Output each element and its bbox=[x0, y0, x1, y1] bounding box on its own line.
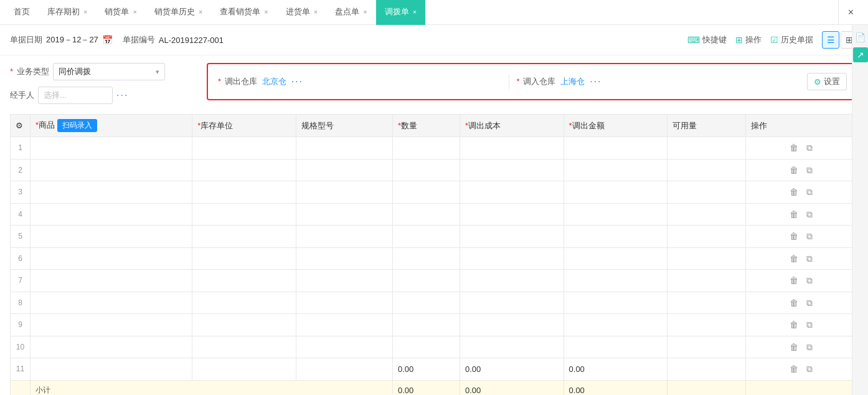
warehouse-setting-button[interactable]: ⚙ 设置 bbox=[807, 73, 847, 90]
unit-cell-6[interactable] bbox=[192, 247, 296, 270]
copy-icon-5[interactable]: ⧉ bbox=[803, 230, 816, 244]
unit-cell-10[interactable] bbox=[192, 336, 296, 358]
delete-icon-6[interactable]: 🗑 bbox=[787, 252, 801, 265]
copy-icon-6[interactable]: ⧉ bbox=[803, 252, 816, 265]
tab-sales-history[interactable]: 销货单历史 × bbox=[146, 0, 211, 25]
delete-icon-10[interactable]: 🗑 bbox=[787, 340, 801, 354]
quantity-cell-9[interactable] bbox=[392, 314, 460, 336]
unit-cell-8[interactable] bbox=[192, 292, 296, 314]
product-cell-7[interactable] bbox=[31, 270, 192, 292]
amount-cell-5[interactable] bbox=[564, 226, 668, 248]
quantity-cell-5[interactable] bbox=[392, 226, 460, 248]
quantity-cell-2[interactable] bbox=[392, 159, 460, 181]
amount-cell-11[interactable]: 0.00 bbox=[564, 358, 668, 381]
tab-sales-order[interactable]: 销货单 × bbox=[96, 0, 145, 25]
amount-cell-3[interactable] bbox=[564, 181, 668, 204]
cost-cell-10[interactable] bbox=[460, 336, 564, 358]
spec-cell-11[interactable] bbox=[296, 358, 392, 381]
sidebar-export-icon[interactable]: ↗ bbox=[853, 47, 868, 62]
available-cell-3[interactable] bbox=[668, 181, 746, 204]
unit-cell-9[interactable] bbox=[192, 314, 296, 336]
tab-close-view-sales[interactable]: × bbox=[264, 8, 268, 16]
delete-icon-1[interactable]: 🗑 bbox=[787, 141, 801, 155]
cost-cell-5[interactable] bbox=[460, 226, 564, 248]
tab-close-inventory-check[interactable]: × bbox=[363, 8, 367, 16]
available-cell-7[interactable] bbox=[668, 270, 746, 292]
available-cell-1[interactable] bbox=[668, 137, 746, 159]
unit-cell-11[interactable] bbox=[192, 358, 296, 381]
product-cell-1[interactable] bbox=[31, 137, 192, 159]
handler-select[interactable]: 选择... bbox=[38, 87, 113, 104]
product-cell-3[interactable] bbox=[31, 181, 192, 204]
amount-cell-4[interactable] bbox=[564, 203, 668, 226]
available-cell-4[interactable] bbox=[668, 203, 746, 226]
copy-icon-1[interactable]: ⧉ bbox=[803, 141, 816, 155]
cost-cell-6[interactable] bbox=[460, 247, 564, 270]
copy-icon-10[interactable]: ⧉ bbox=[803, 340, 816, 354]
out-warehouse-more-icon[interactable]: ··· bbox=[291, 76, 303, 87]
product-cell-10[interactable] bbox=[31, 336, 192, 358]
tab-close-sales-order[interactable]: × bbox=[133, 8, 136, 16]
cost-cell-11[interactable]: 0.00 bbox=[460, 358, 564, 381]
available-cell-9[interactable] bbox=[668, 314, 746, 336]
close-all-tabs-button[interactable]: × bbox=[838, 0, 863, 25]
delete-icon-9[interactable]: 🗑 bbox=[787, 318, 801, 331]
available-cell-2[interactable] bbox=[668, 159, 746, 181]
delete-icon-5[interactable]: 🗑 bbox=[787, 229, 801, 243]
copy-icon-9[interactable]: ⧉ bbox=[803, 318, 816, 332]
cost-cell-9[interactable] bbox=[460, 314, 564, 336]
available-cell-6[interactable] bbox=[668, 247, 746, 270]
spec-cell-6[interactable] bbox=[296, 247, 392, 270]
spec-cell-3[interactable] bbox=[296, 181, 392, 204]
tab-home[interactable]: 首页 bbox=[5, 0, 39, 25]
product-cell-9[interactable] bbox=[31, 314, 192, 336]
quantity-cell-1[interactable] bbox=[392, 137, 460, 159]
available-cell-5[interactable] bbox=[668, 226, 746, 248]
available-cell-8[interactable] bbox=[668, 292, 746, 314]
delete-icon-3[interactable]: 🗑 bbox=[787, 185, 801, 199]
spec-cell-7[interactable] bbox=[296, 270, 392, 292]
amount-cell-6[interactable] bbox=[564, 247, 668, 270]
in-warehouse-more-icon[interactable]: ··· bbox=[590, 76, 601, 87]
quantity-cell-4[interactable] bbox=[392, 203, 460, 226]
copy-icon-8[interactable]: ⧉ bbox=[803, 296, 816, 310]
cost-cell-2[interactable] bbox=[460, 159, 564, 181]
history-button[interactable]: ☑ 历史单据 bbox=[770, 34, 813, 45]
spec-cell-2[interactable] bbox=[296, 159, 392, 181]
cost-cell-3[interactable] bbox=[460, 181, 564, 204]
spec-cell-1[interactable] bbox=[296, 137, 392, 159]
available-cell-11[interactable] bbox=[668, 358, 746, 381]
amount-cell-7[interactable] bbox=[564, 270, 668, 292]
handler-more-icon[interactable]: ··· bbox=[116, 90, 128, 101]
unit-cell-2[interactable] bbox=[192, 159, 296, 181]
unit-cell-5[interactable] bbox=[192, 226, 296, 248]
product-cell-11[interactable] bbox=[31, 358, 192, 381]
product-cell-2[interactable] bbox=[31, 159, 192, 181]
product-cell-8[interactable] bbox=[31, 292, 192, 314]
tab-close-purchase-order[interactable]: × bbox=[314, 8, 318, 16]
quantity-cell-7[interactable] bbox=[392, 270, 460, 292]
tab-close-transfer-order[interactable]: × bbox=[413, 8, 417, 16]
spec-cell-8[interactable] bbox=[296, 292, 392, 314]
copy-icon-7[interactable]: ⧉ bbox=[803, 274, 816, 288]
cost-cell-8[interactable] bbox=[460, 292, 564, 314]
amount-cell-8[interactable] bbox=[564, 292, 668, 314]
product-cell-4[interactable] bbox=[31, 203, 192, 226]
quantity-cell-6[interactable] bbox=[392, 247, 460, 270]
tab-inventory-init[interactable]: 库存期初 × bbox=[39, 0, 96, 25]
copy-icon-3[interactable]: ⧉ bbox=[803, 186, 816, 199]
business-type-select[interactable]: 同价调拨 ▾ bbox=[53, 63, 165, 80]
operations-button[interactable]: ⊞ 操作 bbox=[735, 34, 762, 45]
scan-barcode-button[interactable]: 扫码录入 bbox=[57, 119, 97, 132]
unit-cell-4[interactable] bbox=[192, 203, 296, 226]
list-view-button[interactable]: ☰ bbox=[822, 31, 839, 49]
delete-icon-4[interactable]: 🗑 bbox=[787, 207, 801, 221]
copy-icon-2[interactable]: ⧉ bbox=[803, 163, 816, 177]
calendar-icon[interactable]: 📅 bbox=[102, 35, 113, 45]
quantity-cell-8[interactable] bbox=[392, 292, 460, 314]
copy-icon-11[interactable]: ⧉ bbox=[803, 363, 816, 376]
cost-cell-7[interactable] bbox=[460, 270, 564, 292]
delete-icon-8[interactable]: 🗑 bbox=[787, 296, 801, 310]
product-cell-6[interactable] bbox=[31, 247, 192, 270]
cost-cell-1[interactable] bbox=[460, 137, 564, 159]
